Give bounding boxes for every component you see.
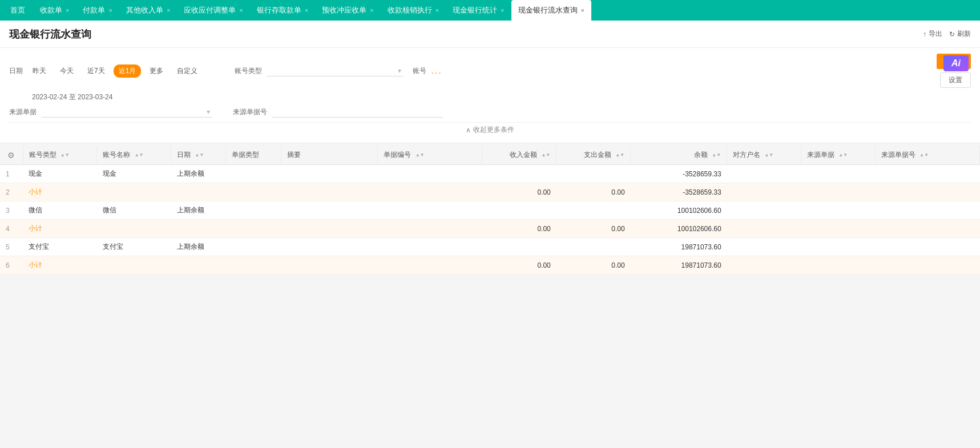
- cell-doc-number: [378, 220, 482, 238]
- col-account-name-label: 账号名称: [103, 151, 130, 159]
- nav-tab-预收冲应收单[interactable]: 预收冲应收单 ×: [315, 0, 380, 21]
- close-icon[interactable]: ×: [501, 7, 504, 14]
- nav-tab-应收应付调整单[interactable]: 应收应付调整单 ×: [177, 0, 249, 21]
- cell-expense: [556, 201, 631, 220]
- cell-counterparty: [727, 220, 801, 238]
- filter-row-2: 来源单据 ▾ 来源单据号: [9, 107, 971, 118]
- date-label: 日期: [9, 66, 23, 76]
- account-dots-button[interactable]: ...: [431, 66, 442, 76]
- table-row[interactable]: 6 小计 0.00 0.00 19871073.60: [0, 256, 980, 275]
- cell-date: [171, 183, 226, 201]
- col-counterparty[interactable]: 对方户名 ▲▼: [727, 146, 801, 165]
- col-source-doc-num-label: 来源单据号: [881, 151, 916, 159]
- ai-assistant-button[interactable]: Ai: [943, 55, 969, 71]
- col-gear[interactable]: ⚙: [0, 146, 23, 165]
- nav-tab-现金银行流水查询[interactable]: 现金银行流水查询 ×: [511, 0, 591, 21]
- nav-tab-付款单[interactable]: 付款单 ×: [76, 0, 119, 21]
- settings-button[interactable]: 设置: [940, 72, 971, 88]
- close-icon[interactable]: ×: [167, 7, 170, 14]
- account-label: 账号: [413, 66, 426, 76]
- cell-account-type: 现金: [23, 165, 97, 183]
- cell-account-type: 微信: [23, 201, 97, 220]
- table-row[interactable]: 1 现金 现金 上期余额 -3528659.33: [0, 165, 980, 183]
- close-icon[interactable]: ×: [66, 7, 69, 14]
- source-doc-num-input[interactable]: [272, 107, 443, 118]
- cell-doc-type: [226, 238, 281, 256]
- page-title: 现金银行流水查询: [9, 27, 91, 41]
- data-table: ⚙ 账号类型 ▲▼ 账号名称 ▲▼ 日期 ▲▼ 单据类型 摘: [0, 146, 980, 275]
- cell-account-type: 小计: [23, 220, 97, 238]
- cell-source-doc: [801, 165, 875, 183]
- date-btn-today[interactable]: 今天: [55, 64, 79, 78]
- cell-counterparty: [727, 201, 801, 220]
- cell-source-doc-num: [875, 220, 979, 238]
- export-icon: ↑: [923, 30, 926, 38]
- cell-account-name: 支付宝: [97, 238, 171, 256]
- close-icon[interactable]: ×: [435, 7, 439, 14]
- col-account-name[interactable]: 账号名称 ▲▼: [97, 146, 171, 165]
- export-button[interactable]: ↑ 导出: [923, 29, 942, 39]
- close-icon[interactable]: ×: [581, 7, 584, 14]
- cell-source-doc: [801, 256, 875, 275]
- nav-home[interactable]: 首页: [2, 5, 33, 15]
- date-btn-1month[interactable]: 近1月: [114, 64, 142, 78]
- nav-tab-现金银行统计[interactable]: 现金银行统计 ×: [446, 0, 511, 21]
- account-filter-group: 账号 ...: [413, 66, 442, 76]
- close-icon[interactable]: ×: [305, 7, 308, 14]
- col-balance[interactable]: 余额 ▲▼: [631, 146, 727, 165]
- page-header: 现金银行流水查询 ↑ 导出 ↻ 刷新: [0, 21, 980, 48]
- account-type-select[interactable]: ▾: [267, 66, 404, 76]
- cell-summary: [281, 238, 378, 256]
- source-doc-select[interactable]: ▾: [41, 107, 212, 118]
- nav-tab-收款单[interactable]: 收款单 ×: [33, 0, 76, 21]
- col-account-type[interactable]: 账号类型 ▲▼: [23, 146, 97, 165]
- cell-expense: 0.00: [556, 183, 631, 201]
- sort-icon: ▲▼: [195, 153, 204, 158]
- cell-summary: [281, 183, 378, 201]
- col-date[interactable]: 日期 ▲▼: [171, 146, 226, 165]
- nav-tab-收款核销执行[interactable]: 收款核销执行 ×: [381, 0, 446, 21]
- col-doc-type[interactable]: 单据类型: [226, 146, 281, 165]
- cell-date: 上期余额: [171, 238, 226, 256]
- cell-account-type: 小计: [23, 183, 97, 201]
- close-icon[interactable]: ×: [239, 7, 243, 14]
- date-options: 昨天 今天 近7天 近1月 更多 自定义: [27, 64, 203, 78]
- table-row[interactable]: 3 微信 微信 上期余额 100102606.60: [0, 201, 980, 220]
- date-btn-custom[interactable]: 自定义: [172, 64, 203, 78]
- close-icon[interactable]: ×: [370, 7, 373, 14]
- account-type-label: 账号类型: [235, 66, 262, 76]
- collapse-label: 收起更多条件: [473, 125, 514, 135]
- cell-balance: -3528659.33: [631, 183, 727, 201]
- nav-tab-银行存取款单[interactable]: 银行存取款单 ×: [250, 0, 315, 21]
- date-btn-7days[interactable]: 近7天: [82, 64, 110, 78]
- source-doc-num-label: 来源单据号: [233, 107, 267, 117]
- date-btn-yesterday[interactable]: 昨天: [27, 64, 51, 78]
- filter-area: 日期 昨天 今天 近7天 近1月 更多 自定义 账号类型 ▾: [0, 48, 980, 143]
- refresh-button[interactable]: ↻ 刷新: [949, 29, 971, 39]
- table-row[interactable]: 2 小计 0.00 0.00 -3528659.33: [0, 183, 980, 201]
- col-account-type-label: 账号类型: [29, 151, 57, 159]
- col-summary[interactable]: 摘要: [281, 146, 378, 165]
- date-btn-more[interactable]: 更多: [144, 64, 168, 78]
- cell-doc-type: [226, 201, 281, 220]
- table-row[interactable]: 4 小计 0.00 0.00 100102606.60: [0, 220, 980, 238]
- cell-doc-number: [378, 238, 482, 256]
- cell-doc-type: [226, 256, 281, 275]
- cell-account-name: [97, 183, 171, 201]
- cell-balance: 100102606.60: [631, 220, 727, 238]
- col-income-label: 收入金额: [510, 151, 537, 159]
- table-row[interactable]: 5 支付宝 支付宝 上期余额 19871073.60: [0, 238, 980, 256]
- col-income[interactable]: 收入金额 ▲▼: [482, 146, 556, 165]
- collapse-button[interactable]: ∧ 收起更多条件: [9, 122, 971, 137]
- nav-tab-其他收入单[interactable]: 其他收入单 ×: [119, 0, 177, 21]
- col-doc-number[interactable]: 单据编号 ▲▼: [378, 146, 482, 165]
- col-source-doc-num[interactable]: 来源单据号 ▲▼: [875, 146, 979, 165]
- close-icon[interactable]: ×: [108, 7, 112, 14]
- col-source-doc[interactable]: 来源单据 ▲▼: [801, 146, 875, 165]
- source-doc-label: 来源单据: [9, 107, 37, 117]
- account-type-filter-group: 账号类型 ▾: [235, 66, 404, 76]
- gear-icon: ⚙: [7, 151, 15, 160]
- cell-account-name: 微信: [97, 201, 171, 220]
- cell-date: 上期余额: [171, 165, 226, 183]
- col-expense[interactable]: 支出金额 ▲▼: [556, 146, 631, 165]
